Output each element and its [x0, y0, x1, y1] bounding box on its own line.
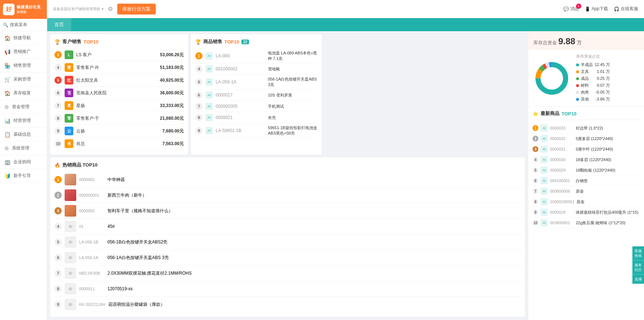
sidebar-item-guide[interactable]: 🔰 新手引导 [0, 169, 47, 183]
customer-value: 33,333.00元 [160, 103, 184, 109]
rank-num: 7 [54, 270, 62, 277]
legend-item: 成品 0.25 万 [576, 75, 610, 82]
legend-label: 其他 [581, 97, 594, 102]
product-code: 000500001 [79, 193, 105, 197]
logo-sub: 标准版 [17, 10, 41, 15]
notification-button[interactable]: 💬 消息 6 [563, 6, 579, 12]
customer-ranking-title: 🏆 客户销售TOP10 [54, 38, 184, 45]
system-title: 装备及固定资产辅助管理系统 [53, 7, 100, 12]
product-item: 1 0000001 中华神器 [54, 172, 521, 188]
product-thumb: AI [205, 103, 213, 110]
sidebar-item-label: 新手引导 [13, 173, 31, 179]
trial-button[interactable]: 体验行业方案 [117, 4, 156, 15]
product-image: AI [65, 236, 76, 248]
product-name: 花语萌恒温分蘗罐袋（厚款） [108, 301, 165, 308]
rank-num: 6 [195, 91, 203, 99]
product-code: LA-056-1A [216, 79, 265, 85]
product-image: AI [65, 221, 76, 232]
online-support-button[interactable]: 🎧 在线客服 [614, 6, 638, 12]
rank-num: 5 [54, 238, 62, 246]
app-download-button[interactable]: 📱 App下载 [585, 6, 608, 12]
sidebar-item-label: 资金管理 [12, 104, 29, 110]
new-product-item: 8 AI 10000100001 原壶 [533, 197, 640, 207]
float-btn-hotline[interactable]: 客服热线 [632, 246, 644, 260]
rank-item: 4 AI 001000002 雪地靴 [195, 63, 317, 75]
settings-icon[interactable]: ⚙ [108, 5, 113, 12]
product-name: 电池盖 LA-089 ABS本色+黑种 7.1克 [268, 50, 317, 61]
legend-value: -3.86 万 [595, 97, 610, 102]
legend-label: 半成品 [581, 62, 593, 67]
new-product-item: 1 AI 0000033 封边带 (1.0*22) [533, 123, 640, 134]
sidebar-item-sales[interactable]: 🏪 销售管理 [0, 59, 47, 73]
sidebar-item-shortcut[interactable]: 🏠 快捷导航 [0, 31, 47, 45]
new-product-item: 4 AI 0000030 18多层 (1220*2440) [533, 155, 640, 165]
float-buttons: 客服热线 服务社区 直播 [632, 246, 644, 284]
tab-home[interactable]: 首页 [47, 18, 71, 31]
sales-icon: 🏪 [4, 63, 11, 69]
product-image: AI [65, 252, 76, 263]
sidebar-item-operations[interactable]: 📊 经营管理 [0, 114, 47, 128]
product-name: 45# [107, 224, 115, 229]
sidebar-item-label: 营销推广 [13, 49, 31, 55]
customer-avatar: 苍 [65, 89, 73, 97]
customer-avatar: L [65, 50, 73, 59]
product-image: AI [65, 283, 76, 295]
float-btn-community[interactable]: 服务社区 [632, 260, 644, 275]
new-product-item: 5 AI 0000029 18颗粒板 (1220*2440) [533, 165, 640, 176]
sidebar-item-basic[interactable]: 📋 基础信息 [0, 128, 47, 141]
rank-item: 5 AI LA-056-1A 056-1A白色按键开关盖ABS 3克 [195, 75, 317, 90]
fire-icon: 🔥 [54, 163, 60, 168]
guide-icon: 🔰 [4, 173, 11, 179]
np-thumb: AI [541, 135, 548, 142]
customer-value: 21,680.00元 [160, 115, 184, 122]
product-thumb: AI [205, 65, 213, 73]
np-thumb: AI [541, 156, 548, 163]
sidebar-item-system[interactable]: ⚙ 系统管理 [0, 141, 47, 155]
sidebar-item-finance[interactable]: ⚙ 资金管理 [0, 100, 47, 114]
customer-value: 53,006.26元 [160, 52, 184, 58]
customer-name: 云扬 [76, 128, 159, 134]
sidebar-item-marketing[interactable]: 📢 营销推广 [0, 45, 47, 59]
customer-avatar: 红 [65, 76, 73, 85]
np-rank: 4 [533, 157, 538, 163]
sidebar-item-label: 经营管理 [13, 118, 31, 124]
product-rank-list: 1 AI LA-089 电池盖 LA-089 ABS本色+黑种 7.1克 4 A… [195, 49, 317, 138]
product-image [65, 189, 76, 201]
rank-item: 5 红 红太阳文具 40,925.00元 [54, 74, 184, 87]
mobile-icon: 📱 [585, 7, 590, 12]
search-menu[interactable]: 🔍 搜索菜单 [0, 19, 47, 31]
tabbar: 首页 [47, 18, 644, 31]
product-name: 056-1A白色按键开关盖ABS 3克 [268, 77, 317, 87]
customer-value: 36,600.00元 [160, 90, 184, 96]
rank-item: 6 AI 0000017 10S 变利罗浆 [195, 90, 317, 101]
float-btn-live[interactable]: 直播 [632, 275, 644, 284]
product-name: 新西兰牛肉（新牛） [107, 192, 147, 198]
rank-item: 8 零 零售客户·于 21,680.00元 [54, 112, 184, 125]
inventory-unit: 万 [577, 40, 582, 46]
dropdown-arrow-icon: ▾ [102, 7, 103, 11]
legend-dot [576, 91, 579, 94]
sidebar-item-purchase[interactable]: 🛒 采购管理 [0, 73, 47, 86]
sidebar-item-cooperation[interactable]: 🏢 企业协同 [0, 155, 47, 169]
new-products-section: ⭐ 最新商品 TOP10 1 AI 0000033 封边带 (1.0*22) 2… [528, 106, 644, 232]
rank-num: 9 [195, 127, 203, 134]
product-code: 000800005 [216, 104, 265, 109]
np-rank: 7 [533, 188, 538, 194]
donut-section: 库存资金占比 半成品 12.45 万 文具 1.01 万 [528, 50, 644, 106]
app-logo: 好 畅捷通好生意 标准版 [0, 0, 47, 19]
np-code: 0000032 [550, 136, 574, 141]
system-selector[interactable]: 装备及固定资产辅助管理系统 ▾ [53, 7, 103, 12]
legend-value: -0.05 万 [595, 90, 610, 95]
rank-num: 1 [54, 176, 62, 183]
np-code: 003800001 [550, 221, 574, 225]
customer-avatar: 肖 [65, 139, 73, 148]
rank-num: 2 [54, 192, 62, 199]
product-thumb: AI [205, 114, 213, 121]
product-thumb: AI [205, 78, 213, 86]
rank-item: 1 L LS 客户 53,006.26元 [54, 49, 184, 61]
sidebar-item-inventory[interactable]: 🏠 库存核算 [0, 86, 47, 100]
np-code: 0000033 [550, 126, 574, 130]
marketing-icon: 📢 [4, 49, 11, 55]
donut-chart [532, 58, 572, 98]
product-thumb: AI [205, 52, 213, 60]
